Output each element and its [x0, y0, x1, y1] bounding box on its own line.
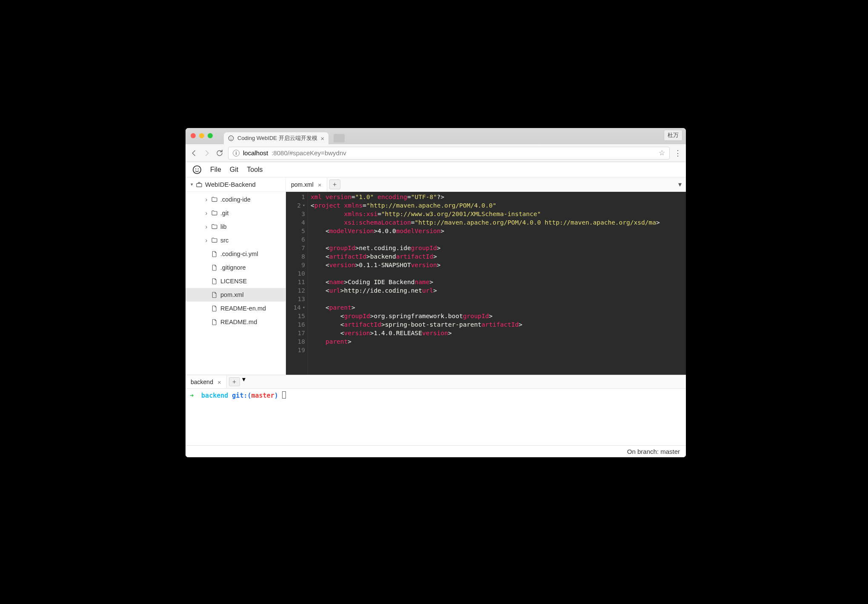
svg-point-4 — [195, 168, 196, 169]
close-terminal-tab-icon[interactable]: × — [217, 379, 221, 386]
new-terminal-tab-button[interactable]: ＋ — [229, 377, 240, 386]
svg-rect-6 — [197, 183, 202, 187]
chevron-right-icon: › — [204, 210, 208, 217]
svg-point-2 — [231, 137, 232, 138]
chevron-right-icon: › — [204, 196, 208, 203]
menu-git[interactable]: Git — [230, 166, 238, 174]
forward-button[interactable] — [203, 149, 211, 157]
status-branch-text: On branch: master — [627, 448, 680, 455]
file-tree: ›.coding-ide›.git›lib›src.coding-ci.yml.… — [186, 192, 286, 375]
editor-tab-label: pom.xml — [291, 181, 314, 188]
window-controls — [191, 133, 213, 138]
tree-file[interactable]: README-en.md — [186, 302, 286, 315]
status-bar: On branch: master — [186, 445, 686, 457]
briefcase-icon — [196, 181, 203, 188]
chevron-right-icon: › — [204, 223, 208, 230]
new-editor-tab-button[interactable]: ＋ — [329, 179, 340, 189]
tree-folder[interactable]: ›lib — [186, 220, 286, 234]
back-button[interactable] — [190, 149, 198, 157]
folder-icon — [211, 210, 218, 217]
tree-folder[interactable]: ›src — [186, 234, 286, 247]
prompt-cwd: backend — [201, 392, 228, 399]
tree-item-label: .coding-ci.yml — [220, 251, 258, 257]
code-line: <name>Coding IDE Backendname> — [311, 278, 686, 286]
ide-main-split: ▾ WebIDE-Backend ›.coding-ide›.git›lib›s… — [186, 177, 686, 375]
terminal-cursor — [282, 391, 286, 399]
tree-item-label: pom.xml — [220, 291, 244, 298]
tree-item-label: .git — [220, 210, 228, 217]
folder-icon — [211, 223, 218, 230]
tree-item-label: README-en.md — [220, 305, 266, 312]
folder-icon — [211, 196, 218, 203]
prompt-close-paren: ) — [274, 392, 278, 399]
prompt-git-label: git: — [232, 392, 247, 399]
svg-point-0 — [228, 136, 234, 141]
file-icon — [211, 264, 218, 271]
code-line: <modelVersion>4.0.0modelVersion> — [311, 227, 686, 235]
svg-point-3 — [193, 165, 201, 173]
file-icon — [211, 251, 218, 257]
terminal-tab-overflow-icon[interactable]: ▾ — [242, 375, 246, 388]
folder-icon — [211, 237, 218, 244]
file-icon — [211, 278, 218, 285]
tree-item-label: LICENSE — [220, 278, 247, 285]
tree-file[interactable]: pom.xml — [186, 288, 286, 302]
code-line: <groupId>org.springframework.bootgroupId… — [311, 312, 686, 320]
code-line: <parent> — [311, 303, 686, 312]
code-line: xml version="1.0" encoding="UTF-8"?> — [311, 193, 686, 201]
browser-toolbar: i localhost:8080/#spaceKey=bwydnv ☆ ⋮ — [186, 144, 686, 162]
minimize-window-button[interactable] — [199, 133, 204, 138]
browser-menu-icon[interactable]: ⋮ — [674, 148, 682, 158]
maximize-window-button[interactable] — [208, 133, 213, 138]
code-line: <groupId>net.coding.idegroupId> — [311, 244, 686, 252]
chevron-down-icon: ▾ — [191, 182, 193, 187]
code-line — [311, 346, 686, 354]
editor-tab[interactable]: pom.xml × — [286, 177, 327, 191]
code-line — [311, 295, 686, 303]
ide-root: File Git Tools ▾ WebIDE-Backend ›.coding… — [186, 162, 686, 457]
editor-tab-overflow-icon[interactable]: ▾ — [674, 177, 686, 191]
code-line — [311, 235, 686, 244]
code-line: xmlns:xsi="http://www.w3.org/2001/XMLSch… — [311, 210, 686, 218]
bookmark-star-icon[interactable]: ☆ — [659, 148, 665, 157]
reload-button[interactable] — [215, 149, 224, 157]
new-browser-tab-button[interactable] — [334, 134, 345, 142]
code-line: parent> — [311, 337, 686, 346]
tree-file[interactable]: LICENSE — [186, 274, 286, 288]
terminal-tab[interactable]: backend × — [186, 375, 227, 388]
close-editor-tab-icon[interactable]: × — [318, 181, 322, 188]
tree-item-label: README.md — [220, 319, 257, 325]
terminal-pane: backend × ＋ ▾ ➜ backend git:(master) — [186, 375, 686, 445]
tree-file[interactable]: .coding-ci.yml — [186, 247, 286, 261]
file-icon — [211, 319, 218, 325]
site-info-icon[interactable]: i — [233, 150, 240, 157]
terminal-body[interactable]: ➜ backend git:(master) — [186, 389, 686, 445]
code-line — [311, 269, 686, 278]
code-line: xsi:schemaLocation="http://maven.apache.… — [311, 218, 686, 227]
tree-folder[interactable]: ›.git — [186, 206, 286, 220]
prompt-open-paren: ( — [247, 392, 251, 399]
tree-item-label: .gitignore — [220, 264, 246, 271]
ide-menubar: File Git Tools — [186, 162, 686, 177]
code-editor[interactable]: 12▾34567891011121314▾1516171819 xml vers… — [286, 192, 686, 375]
url-host: localhost — [243, 149, 268, 157]
close-tab-icon[interactable]: × — [321, 135, 325, 142]
tree-item-label: src — [220, 237, 228, 244]
tree-file[interactable]: .gitignore — [186, 261, 286, 274]
project-root[interactable]: ▾ WebIDE-Backend — [186, 177, 286, 192]
chrome-user-badge[interactable]: 杜万 — [664, 130, 682, 141]
tree-folder[interactable]: ›.coding-ide — [186, 193, 286, 206]
tree-item-label: .coding-ide — [220, 196, 251, 203]
tree-file[interactable]: README.md — [186, 315, 286, 329]
file-icon — [211, 305, 218, 312]
menu-file[interactable]: File — [210, 166, 221, 174]
file-icon — [211, 291, 218, 298]
close-window-button[interactable] — [191, 133, 196, 138]
menu-tools[interactable]: Tools — [247, 166, 263, 174]
tree-item-label: lib — [220, 223, 227, 230]
code-line: <version>1.4.0.RELEASEversion> — [311, 329, 686, 337]
address-bar[interactable]: i localhost:8080/#spaceKey=bwydnv ☆ — [228, 147, 670, 160]
code-line: <project xmlns="http://maven.apache.org/… — [311, 201, 686, 210]
editor-gutter: 12▾34567891011121314▾1516171819 — [286, 192, 308, 375]
browser-tab[interactable]: Coding WebIDE 开启云端开发模 × — [224, 132, 328, 144]
